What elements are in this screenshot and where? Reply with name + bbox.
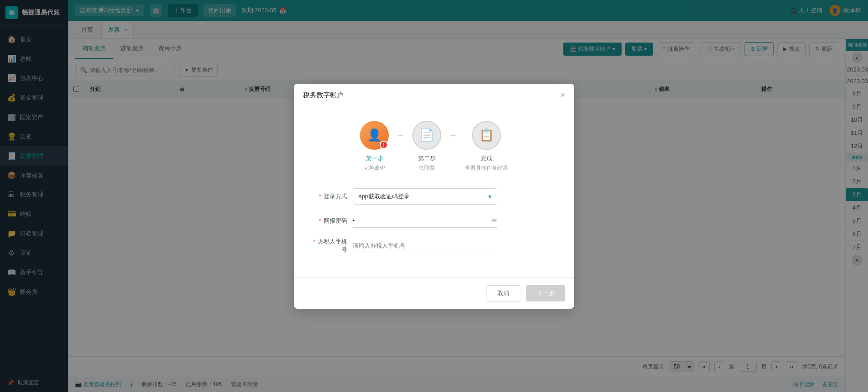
steps-container: 👤 ! 第一步 完善账密 → 📄 第二步 去取票 → — [312, 121, 556, 172]
login-method-label: * 登录方式 — [312, 192, 353, 201]
step-3-desc: 查看具体任务结果 — [465, 164, 508, 172]
tax-account-modal: 税务数字账户 × 👤 ! 第一步 完善账密 → — [294, 84, 574, 309]
modal-title: 税务数字账户 — [303, 91, 344, 100]
step-3: 📋 完成 查看具体任务结果 — [465, 121, 508, 172]
modal-body: 👤 ! 第一步 完善账密 → 📄 第二步 去取票 → — [294, 107, 574, 277]
step-1-icon: 👤 — [367, 128, 382, 142]
step-1-label: 第一步 — [366, 154, 383, 163]
step-2-label: 第二步 — [418, 154, 436, 163]
password-label: * 网报密码 — [312, 217, 353, 225]
modal-close-button[interactable]: × — [560, 91, 565, 99]
password-toggle-icon[interactable]: 👁 — [491, 217, 497, 225]
step-2-circle: 📄 — [412, 121, 441, 150]
phone-label: * 办税人手机号 — [312, 238, 353, 254]
step-1: 👤 ! 第一步 完善账密 — [360, 121, 389, 172]
step-2: 📄 第二步 去取票 — [412, 121, 441, 172]
login-method-field: * 登录方式 app获取验证码登录 ▾ — [312, 188, 556, 205]
modal-overlay[interactable]: 税务数字账户 × 👤 ! 第一步 完善账密 → — [0, 0, 868, 392]
modal-header: 税务数字账户 × — [294, 84, 574, 107]
step-3-label: 完成 — [481, 154, 492, 163]
login-method-value: app获取验证码登录 — [359, 192, 410, 201]
step-2-icon: 📄 — [420, 128, 434, 142]
phone-field: * 办税人手机号 — [312, 238, 556, 254]
required-star: * — [319, 193, 321, 200]
step-arrow-2: → — [448, 121, 458, 140]
next-button[interactable]: 下一步 — [526, 285, 565, 301]
phone-control — [353, 239, 497, 252]
cancel-button[interactable]: 取消 — [486, 285, 520, 301]
login-method-control: app获取验证码登录 ▾ — [353, 188, 497, 205]
step-1-circle: 👤 ! — [360, 121, 389, 150]
step-3-circle: 📋 — [472, 121, 501, 150]
password-input-row: 👁 — [353, 215, 497, 228]
password-input[interactable] — [353, 217, 491, 224]
step-2-desc: 去取票 — [419, 164, 435, 172]
modal-footer: 取消 下一步 — [294, 277, 574, 309]
step-arrow-1: → — [396, 121, 405, 140]
required-star-3: * — [313, 238, 315, 245]
select-arrow-icon: ▾ — [488, 193, 491, 200]
step-1-desc: 完善账密 — [363, 164, 385, 172]
password-field: * 网报密码 👁 — [312, 215, 556, 228]
required-star-2: * — [319, 217, 321, 224]
password-control: 👁 — [353, 215, 497, 228]
phone-input[interactable] — [353, 239, 497, 252]
login-method-select[interactable]: app获取验证码登录 ▾ — [353, 188, 497, 205]
step-1-badge: ! — [380, 141, 388, 149]
step-3-icon: 📋 — [479, 128, 494, 142]
